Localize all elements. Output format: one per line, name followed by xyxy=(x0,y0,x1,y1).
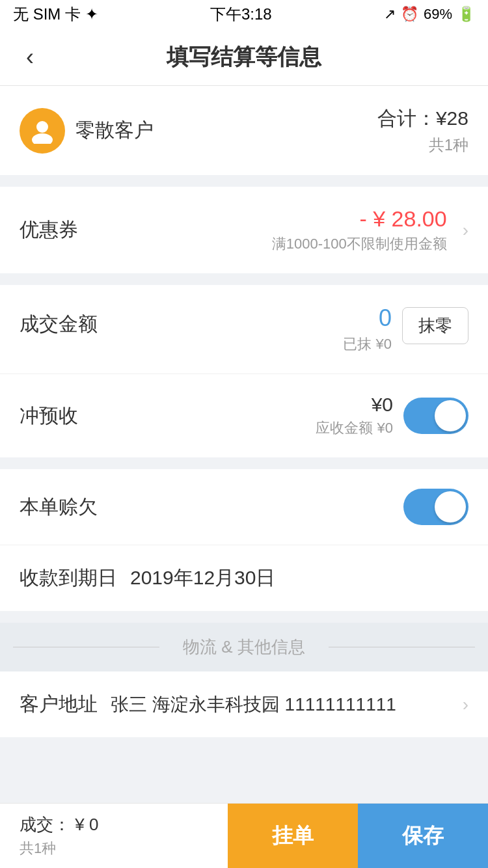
customer-summary: 合计：¥28 共1种 xyxy=(377,105,468,156)
main-content: 零散客户 合计：¥28 共1种 优惠券 - ¥ 28.00 满1000-100不… xyxy=(0,86,488,868)
prepayment-row: 冲预收 ¥0 应收金额 ¥0 xyxy=(0,373,488,457)
pending-button[interactable]: 挂单 xyxy=(228,804,358,868)
coupon-card[interactable]: 优惠券 - ¥ 28.00 满1000-100不限制使用金额 › xyxy=(0,187,488,273)
logistics-section: 物流 & 其他信息 xyxy=(0,623,488,671)
coupon-chevron: › xyxy=(463,220,468,241)
customer-row: 零散客户 合计：¥28 共1种 xyxy=(0,86,488,175)
battery-level: 69% xyxy=(424,6,452,23)
battery-icon: 🔋 xyxy=(457,6,475,23)
address-chevron: › xyxy=(463,694,468,715)
transaction-right: 0 已抹 ¥0 抹零 xyxy=(343,305,468,354)
coupon-value-col: - ¥ 28.00 满1000-100不限制使用金额 xyxy=(272,206,447,254)
customer-total: 合计：¥28 xyxy=(377,105,468,132)
coupon-row[interactable]: 优惠券 - ¥ 28.00 满1000-100不限制使用金额 › xyxy=(0,187,488,273)
round-zero-button[interactable]: 抹零 xyxy=(402,307,468,344)
coupon-value: - ¥ 28.00 xyxy=(272,206,447,232)
coupon-desc: 满1000-100不限制使用金额 xyxy=(272,234,447,254)
due-date-value[interactable]: 2019年12月30日 xyxy=(130,565,275,591)
credit-label: 本单赊欠 xyxy=(20,494,98,521)
credit-right xyxy=(403,489,468,525)
svg-point-1 xyxy=(32,133,53,144)
alarm-icon: ⏰ xyxy=(401,6,418,23)
customer-count: 共1种 xyxy=(377,135,468,156)
due-date-row: 收款到期日 2019年12月30日 xyxy=(0,545,488,611)
nav-bar: ‹ 填写结算等信息 xyxy=(0,29,488,86)
status-bar: 无 SIM 卡 ✦ 下午3:18 ↗ ⏰ 69% 🔋 xyxy=(0,0,488,29)
transaction-row: 成交金额 0 已抹 ¥0 抹零 xyxy=(0,285,488,373)
prepayment-toggle[interactable] xyxy=(403,398,468,434)
transaction-sub: 已抹 ¥0 xyxy=(343,334,392,354)
prepayment-label: 冲预收 xyxy=(20,403,78,429)
footer-info: 成交： ¥ 0 共1种 xyxy=(0,813,228,858)
svg-point-0 xyxy=(36,121,48,133)
page-title: 填写结算等信息 xyxy=(167,42,321,72)
customer-left: 零散客户 xyxy=(20,108,154,154)
address-value: 张三 海淀永丰科技园 11111111111 xyxy=(111,692,444,717)
save-button[interactable]: 保存 xyxy=(358,804,488,868)
footer-deal-value: ¥ 0 xyxy=(75,815,98,834)
credit-card: 本单赊欠 收款到期日 2019年12月30日 xyxy=(0,469,488,611)
transaction-value-col: 0 已抹 ¥0 xyxy=(343,305,392,354)
avatar xyxy=(20,108,65,154)
footer-deal: 成交： ¥ 0 xyxy=(20,813,208,836)
transaction-card: 成交金额 0 已抹 ¥0 抹零 冲预收 ¥0 应收金额 ¥0 xyxy=(0,285,488,457)
credit-row: 本单赊欠 xyxy=(0,469,488,545)
prepayment-value: ¥0 xyxy=(316,394,393,416)
back-button[interactable]: ‹ xyxy=(20,37,40,77)
footer-deal-label: 成交： xyxy=(20,815,70,834)
status-time: 下午3:18 xyxy=(210,4,272,25)
logistics-label: 物流 & 其他信息 xyxy=(0,623,488,671)
prepayment-sub: 应收金额 ¥0 xyxy=(316,418,393,438)
status-left: 无 SIM 卡 ✦ xyxy=(13,4,98,25)
location-icon: ↗ xyxy=(384,6,396,23)
prepayment-value-col: ¥0 应收金额 ¥0 xyxy=(316,394,393,438)
status-right: ↗ ⏰ 69% 🔋 xyxy=(384,6,475,23)
coupon-right: - ¥ 28.00 满1000-100不限制使用金额 › xyxy=(272,206,468,254)
footer-bar: 成交： ¥ 0 共1种 挂单 保存 xyxy=(0,803,488,868)
address-card[interactable]: 客户地址 张三 海淀永丰科技园 11111111111 › xyxy=(0,671,488,737)
customer-name: 零散客户 xyxy=(75,117,154,144)
sim-status: 无 SIM 卡 ✦ xyxy=(13,4,98,25)
address-label: 客户地址 xyxy=(20,691,98,718)
credit-toggle[interactable] xyxy=(403,489,468,525)
due-date-label: 收款到期日 xyxy=(20,565,117,591)
address-row[interactable]: 客户地址 张三 海淀永丰科技园 11111111111 › xyxy=(0,671,488,737)
coupon-label: 优惠券 xyxy=(20,217,78,243)
transaction-label: 成交金额 xyxy=(20,305,98,338)
footer-count: 共1种 xyxy=(20,839,208,858)
prepayment-right: ¥0 应收金额 ¥0 xyxy=(316,394,468,438)
transaction-value[interactable]: 0 xyxy=(343,305,392,332)
customer-card: 零散客户 合计：¥28 共1种 xyxy=(0,86,488,175)
